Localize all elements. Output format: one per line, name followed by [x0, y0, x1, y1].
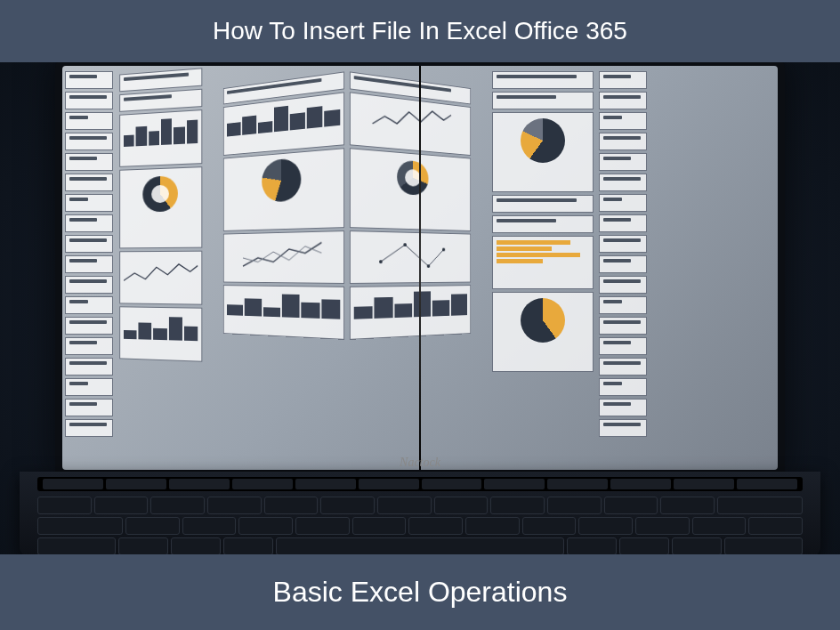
title-banner: How To Insert File In Excel Office 365: [0, 0, 840, 62]
spreadsheet-row-labels-right: [596, 66, 650, 470]
svg-line-2: [428, 249, 443, 266]
bar-chart-tile: [119, 109, 202, 167]
spreadsheet-row-labels: [62, 66, 116, 470]
subtitle-text: Basic Excel Operations: [273, 576, 568, 608]
screen-content: [62, 66, 778, 470]
screen-fold: [419, 66, 421, 470]
chart-panel-center-left: [221, 66, 347, 470]
chart-panel-left: [117, 66, 205, 470]
subtitle-banner: Basic Excel Operations: [0, 554, 840, 630]
title-text: How To Insert File In Excel Office 365: [213, 17, 627, 44]
line-chart-tile: [119, 251, 202, 305]
scatter-chart-tile: [350, 230, 471, 284]
line-chart-tile: [223, 230, 344, 284]
screen-frame: [55, 59, 785, 477]
bar-chart-tile: [350, 285, 471, 340]
bar-chart-tile: [223, 285, 344, 340]
pie-chart-tile: [223, 148, 344, 231]
pie-chart-tile: [492, 112, 594, 192]
bar-chart-tile: [119, 306, 202, 361]
svg-point-5: [427, 264, 430, 268]
svg-point-3: [379, 260, 383, 263]
donut-chart-tile: [119, 166, 202, 248]
hbar-chart-tile: [492, 236, 594, 289]
laptop-illustration: Nactock: [20, 59, 820, 557]
donut-chart-tile: [350, 148, 471, 231]
chart-panel-right: [489, 66, 596, 470]
svg-line-1: [405, 245, 428, 266]
touch-bar: [37, 477, 803, 491]
laptop-brand-label: Nactock: [400, 456, 440, 470]
keyboard: [20, 472, 820, 557]
pie-chart-tile: [492, 292, 594, 372]
chart-panel-center-right: [347, 66, 473, 470]
svg-line-0: [381, 245, 405, 262]
